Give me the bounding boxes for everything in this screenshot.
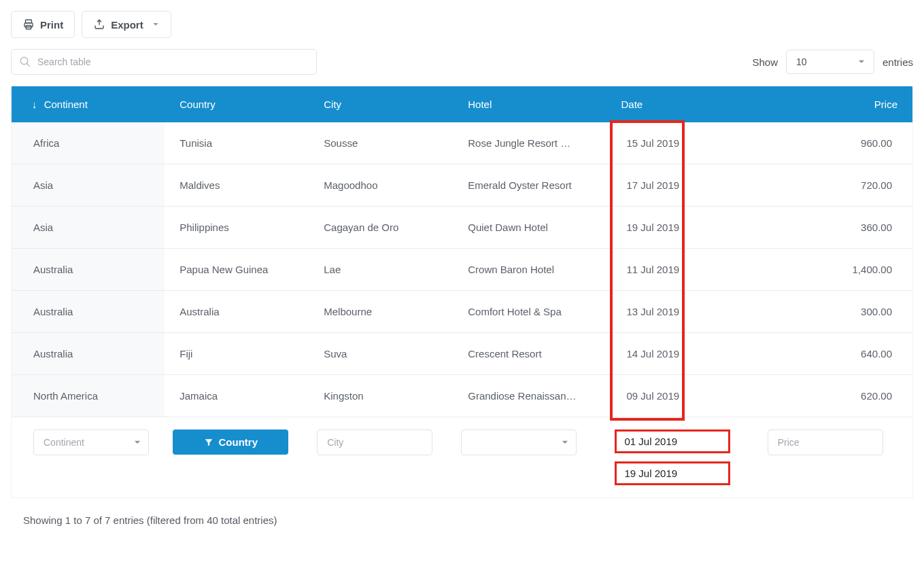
table-row: AustraliaFijiSuvaCrescent Resort14 Jul 2… — [12, 333, 912, 375]
cell-city: Cagayan de Oro — [309, 207, 453, 249]
entries-select[interactable]: 10 — [786, 50, 874, 74]
svg-point-3 — [20, 57, 28, 65]
cell-date: 19 Jul 2019 — [606, 207, 759, 249]
status-line: Showing 1 to 7 of 7 entries (filtered fr… — [11, 498, 913, 529]
cell-country: Philippines — [165, 207, 309, 249]
filter-date-stack: 01 Jul 2019 19 Jul 2019 — [615, 429, 751, 485]
filter-hotel-wrap — [461, 429, 577, 455]
search-wrap — [11, 49, 317, 75]
export-button[interactable]: Export — [82, 11, 171, 38]
controls-row: Show 10 entries — [11, 49, 913, 75]
filter-row: Country 01 Jul 2019 — [12, 417, 912, 498]
col-header-continent[interactable]: ↓ Continent — [12, 86, 165, 122]
cell-hotel: Emerald Oyster Resort — [453, 164, 606, 207]
cell-hotel: Grandiose Renaissan… — [453, 375, 606, 417]
cell-price: 960.00 — [759, 122, 912, 164]
cell-date: 14 Jul 2019 — [606, 333, 759, 375]
cell-country: Tunisia — [165, 122, 309, 164]
cell-city: Melbourne — [309, 291, 453, 333]
cell-date: 09 Jul 2019 — [606, 375, 759, 417]
col-header-hotel[interactable]: Hotel — [453, 86, 606, 122]
export-icon — [93, 18, 105, 31]
table-row: AustraliaPapua New GuineaLaeCrown Baron … — [12, 249, 912, 291]
filter-price[interactable] — [768, 429, 883, 455]
filter-date-from[interactable]: 01 Jul 2019 — [615, 429, 730, 453]
cell-continent: Asia — [12, 207, 165, 249]
cell-city: Lae — [309, 249, 453, 291]
svg-line-4 — [27, 63, 30, 67]
export-button-label: Export — [111, 19, 143, 31]
filter-continent[interactable] — [33, 429, 149, 455]
cell-country: Fiji — [165, 333, 309, 375]
cell-country: Jamaica — [165, 375, 309, 417]
cell-continent: Australia — [12, 291, 165, 333]
filter-hotel[interactable] — [461, 429, 577, 455]
entries-select-wrap: 10 — [786, 50, 874, 74]
toolbar: Print Export — [11, 11, 913, 38]
cell-price: 620.00 — [759, 375, 912, 417]
cell-date: 15 Jul 2019 — [606, 122, 759, 164]
col-header-date[interactable]: Date — [606, 86, 759, 122]
cell-city: Sousse — [309, 122, 453, 164]
show-label: Show — [752, 56, 778, 68]
cell-city: Suva — [309, 333, 453, 375]
print-button-label: Print — [40, 19, 63, 31]
cell-continent: Australia — [12, 249, 165, 291]
col-header-city[interactable]: City — [309, 86, 453, 122]
filter-continent-wrap — [33, 429, 149, 455]
cell-date: 11 Jul 2019 — [606, 249, 759, 291]
col-header-country[interactable]: Country — [165, 86, 309, 122]
cell-price: 1,400.00 — [759, 249, 912, 291]
cell-continent: Australia — [12, 333, 165, 375]
print-button[interactable]: Print — [11, 11, 75, 38]
entries-label: entries — [883, 56, 913, 68]
search-icon — [19, 56, 31, 68]
data-table: ↓ Continent Country City Hotel Date Pric… — [12, 86, 912, 497]
col-header-price[interactable]: Price — [759, 86, 912, 122]
cell-hotel: Quiet Dawn Hotel — [453, 207, 606, 249]
table-row: AfricaTunisiaSousseRose Jungle Resort …1… — [12, 122, 912, 164]
cell-continent: Asia — [12, 164, 165, 207]
cell-hotel: Comfort Hotel & Spa — [453, 291, 606, 333]
table-header-row: ↓ Continent Country City Hotel Date Pric… — [12, 86, 912, 122]
cell-price: 640.00 — [759, 333, 912, 375]
cell-hotel: Crescent Resort — [453, 333, 606, 375]
cell-price: 300.00 — [759, 291, 912, 333]
print-icon — [22, 18, 35, 31]
table-body: AfricaTunisiaSousseRose Jungle Resort …1… — [12, 122, 912, 417]
cell-hotel: Rose Jungle Resort … — [453, 122, 606, 164]
cell-city: Magoodhoo — [309, 164, 453, 207]
cell-country: Maldives — [165, 164, 309, 207]
filter-city-wrap — [317, 429, 432, 455]
filter-city[interactable] — [317, 429, 432, 455]
cell-date: 13 Jul 2019 — [606, 291, 759, 333]
cell-country: Australia — [165, 291, 309, 333]
cell-country: Papua New Guinea — [165, 249, 309, 291]
cell-date: 17 Jul 2019 — [606, 164, 759, 207]
filter-icon — [204, 438, 213, 447]
table-row: AsiaPhilippinesCagayan de OroQuiet Dawn … — [12, 207, 912, 249]
table-row: AsiaMaldivesMagoodhooEmerald Oyster Reso… — [12, 164, 912, 207]
cell-continent: North America — [12, 375, 165, 417]
search-input[interactable] — [11, 49, 317, 75]
entries-group: Show 10 entries — [752, 50, 913, 74]
filter-date-to[interactable]: 19 Jul 2019 — [615, 461, 730, 485]
table-container: ↓ Continent Country City Hotel Date Pric… — [11, 86, 913, 498]
chevron-down-icon — [152, 20, 160, 29]
cell-hotel: Crown Baron Hotel — [453, 249, 606, 291]
cell-city: Kingston — [309, 375, 453, 417]
cell-price: 720.00 — [759, 164, 912, 207]
cell-continent: Africa — [12, 122, 165, 164]
table-row: AustraliaAustraliaMelbourneComfort Hotel… — [12, 291, 912, 333]
table-row: North AmericaJamaicaKingstonGrandiose Re… — [12, 375, 912, 417]
cell-price: 360.00 — [759, 207, 912, 249]
filter-price-wrap — [768, 429, 883, 455]
sort-arrow-down-icon: ↓ — [32, 99, 37, 110]
filter-country-button[interactable]: Country — [173, 429, 288, 455]
